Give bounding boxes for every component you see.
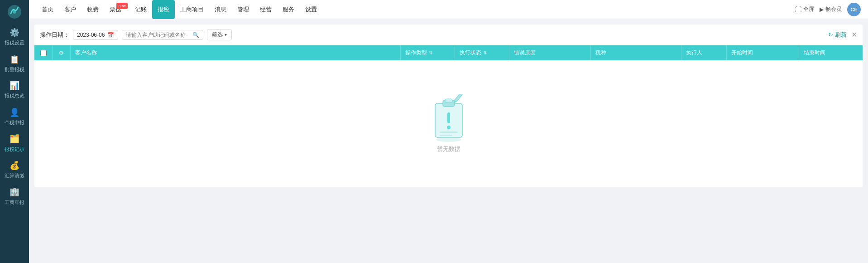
filter-label: 筛选 <box>212 31 223 39</box>
sort-icon: ⇅ <box>429 50 432 55</box>
th-start-time: 开始时间 <box>727 45 799 60</box>
table-header: ⚙ 客户名称 操作类型 ⇅ 执行状态 ⇅ 错误原因 <box>34 45 863 60</box>
gear-icon: ⚙ <box>59 50 64 56</box>
close-button[interactable]: ✕ <box>851 30 857 39</box>
nav-xiaoxi[interactable]: 消息 <box>209 0 232 19</box>
svg-point-11 <box>436 137 461 142</box>
sidebar-item-label: 报税记录 <box>5 146 24 153</box>
refresh-icon: ↻ <box>828 31 833 38</box>
th-customer-name: 客户名称 <box>71 45 401 60</box>
calendar-icon: 📅 <box>107 32 114 38</box>
sidebar-item-huisuan[interactable]: 💰 汇算清缴 <box>0 156 29 183</box>
search-input[interactable] <box>126 32 191 38</box>
sidebar-item-baoshui-jilu[interactable]: 🗂️ 报税记录 <box>0 130 29 156</box>
svg-rect-5 <box>447 112 450 123</box>
chevron-down-icon: ▾ <box>225 32 227 37</box>
th-tax-type: 税种 <box>591 45 681 60</box>
empty-illustration <box>428 94 469 140</box>
svg-rect-4 <box>445 99 452 102</box>
empty-state: 暂无数据 <box>34 60 863 187</box>
nav-shezhi[interactable]: 设置 <box>300 0 322 19</box>
sidebar: ⚙️ 报税设置 📋 批量报税 📊 报税总览 👤 个税申报 🗂️ 报税记录 💰 汇… <box>0 0 29 263</box>
search-box[interactable]: 🔍 <box>122 30 203 40</box>
nav-gongshang[interactable]: 工商项目 <box>175 0 209 19</box>
nav-jingying[interactable]: 经营 <box>254 0 277 19</box>
record-icon: 🗂️ <box>10 133 19 145</box>
sidebar-item-piliang-baoshui[interactable]: 📋 批量报税 <box>0 50 29 77</box>
sidebar-item-label: 汇算清缴 <box>5 172 24 179</box>
date-picker[interactable]: 2023-06-06 📅 <box>73 30 118 40</box>
sidebar-item-label: 工商年报 <box>5 199 24 206</box>
date-label: 操作日期： <box>40 31 69 39</box>
main-container: 首页 客户 收费 票据 new 记账 报税 工商项目 消息 管理 经营 <box>29 0 868 263</box>
svg-point-6 <box>447 126 451 129</box>
filter-button[interactable]: 筛选 ▾ <box>207 29 232 40</box>
sidebar-item-gongshang-nianbao[interactable]: 🏢 工商年报 <box>0 183 29 209</box>
refresh-button[interactable]: ↻ 刷新 <box>828 31 847 39</box>
personal-tax-icon: 👤 <box>10 107 19 118</box>
svg-rect-9 <box>454 94 463 102</box>
nav-piaoju[interactable]: 票据 new <box>104 0 129 19</box>
empty-text: 暂无数据 <box>437 145 460 153</box>
topnav-right: ⛶ 全屏 ▶ 畅会员 CE <box>795 3 861 16</box>
th-settings[interactable]: ⚙ <box>53 45 71 60</box>
nav-guanli[interactable]: 管理 <box>232 0 254 19</box>
new-badge: new <box>116 3 128 10</box>
settlement-icon: 💰 <box>10 160 19 171</box>
svg-point-1 <box>13 10 16 14</box>
sidebar-item-label: 批量报税 <box>5 66 24 73</box>
table-container: ⚙ 客户名称 操作类型 ⇅ 执行状态 ⇅ 错误原因 <box>34 45 863 187</box>
toolbar: 操作日期： 2023-06-06 📅 🔍 筛选 ▾ ↻ 刷新 <box>34 24 863 45</box>
sidebar-item-geshuishenbao[interactable]: 👤 个税申报 <box>0 103 29 130</box>
annual-report-icon: 🏢 <box>10 186 19 198</box>
overview-icon: 📊 <box>10 80 19 92</box>
svg-rect-8 <box>440 135 452 136</box>
toolbar-right: ↻ 刷新 ✕ <box>828 30 857 39</box>
nav-home[interactable]: 首页 <box>36 0 59 19</box>
sidebar-item-label: 个税申报 <box>5 119 24 126</box>
svg-rect-7 <box>440 132 458 133</box>
search-icon: 🔍 <box>192 32 199 38</box>
th-error-reason: 错误原因 <box>509 45 591 60</box>
th-op-type[interactable]: 操作类型 ⇅ <box>401 45 455 60</box>
user-avatar[interactable]: CE <box>847 3 861 16</box>
member-button[interactable]: ▶ 畅会员 <box>820 5 842 13</box>
play-icon: ▶ <box>820 6 824 13</box>
sidebar-item-label: 报税总览 <box>5 93 24 99</box>
th-end-time: 结束时间 <box>799 45 863 60</box>
settings-icon: ⚙️ <box>10 27 19 39</box>
sidebar-item-label: 报税设置 <box>5 39 24 46</box>
nav-customer[interactable]: 客户 <box>59 0 82 19</box>
content-area: 操作日期： 2023-06-06 📅 🔍 筛选 ▾ ↻ 刷新 <box>29 19 868 263</box>
page-content: 操作日期： 2023-06-06 📅 🔍 筛选 ▾ ↻ 刷新 <box>29 19 868 263</box>
sidebar-item-baoshui-shezhi[interactable]: ⚙️ 报税设置 <box>0 24 29 50</box>
sidebar-item-baoshui-zonglam[interactable]: 📊 报税总览 <box>0 77 29 103</box>
batch-tax-icon: 📋 <box>10 54 19 65</box>
th-executor: 执行人 <box>681 45 727 60</box>
nav-jizhang[interactable]: 记账 <box>129 0 152 19</box>
th-checkbox[interactable] <box>34 45 53 60</box>
nav-baoshui[interactable]: 报税 <box>152 0 175 19</box>
fullscreen-button[interactable]: ⛶ 全屏 <box>795 5 814 13</box>
fullscreen-icon: ⛶ <box>795 6 801 13</box>
th-exec-status[interactable]: 执行状态 ⇅ <box>455 45 509 60</box>
sort-icon: ⇅ <box>483 50 487 55</box>
app-logo <box>6 4 23 20</box>
date-value: 2023-06-06 <box>77 32 105 38</box>
select-all-checkbox[interactable] <box>40 50 47 56</box>
nav-shoufei[interactable]: 收费 <box>82 0 104 19</box>
topnav: 首页 客户 收费 票据 new 记账 报税 工商项目 消息 管理 经营 <box>29 0 868 19</box>
nav-fuwu[interactable]: 服务 <box>277 0 300 19</box>
